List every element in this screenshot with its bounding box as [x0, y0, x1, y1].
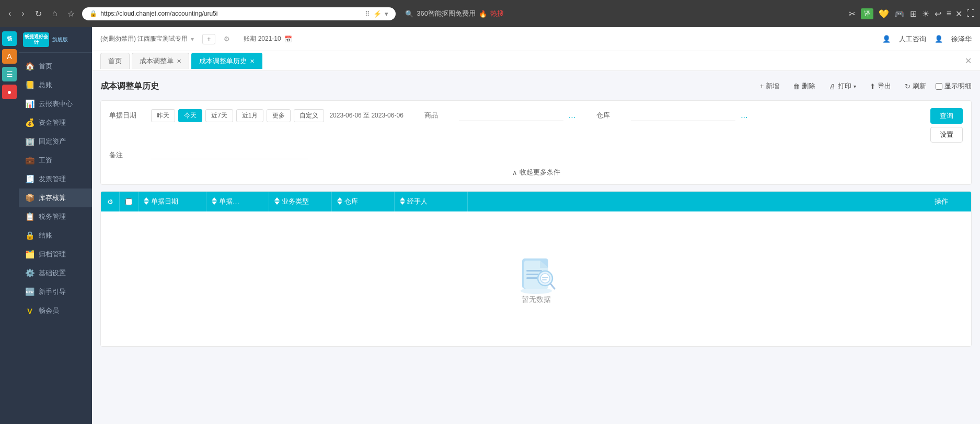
translate-icon[interactable]: 译 [861, 8, 873, 19]
delete-button[interactable]: 🗑 删除 [789, 79, 820, 93]
sidebar-item-inventory[interactable]: 📦 库存核算 [19, 189, 92, 207]
filter-goods-input[interactable] [459, 110, 563, 121]
sidebar-item-tax-label: 税务管理 [39, 212, 66, 221]
filter-goods-label: 商品 [424, 108, 456, 123]
forward-button[interactable]: › [18, 7, 27, 20]
home-browser-button[interactable]: ⌂ [49, 7, 61, 20]
th-checkbox[interactable] [120, 192, 139, 211]
menu-icon[interactable]: ≡ [947, 9, 951, 18]
svg-marker-3 [212, 202, 217, 205]
grid-icon[interactable]: ⊞ [910, 9, 917, 19]
restore-browser-button[interactable]: ⛶ [966, 9, 975, 18]
export-button[interactable]: ⬆ 导出 [866, 79, 895, 93]
collapse-label: 收起更多条件 [520, 168, 560, 177]
date-btn-custom[interactable]: 自定义 [294, 109, 324, 122]
refresh-label: 刷新 [913, 81, 926, 91]
sidebar-item-tax[interactable]: 📋 税务管理 [19, 207, 92, 226]
sidebar-item-closing[interactable]: 🔒 结账 [19, 226, 92, 245]
user-name[interactable]: 徐泽华 [951, 34, 972, 44]
sidebar-item-home[interactable]: 🏠 首页 [19, 57, 92, 76]
closing-icon: 🔒 [25, 231, 34, 240]
logo-text: 畅捷通好会计 [23, 34, 49, 45]
sidebar-item-assets[interactable]: 🏢 固定资产 [19, 132, 92, 151]
sidebar-item-funds[interactable]: 💰 资金管理 [19, 113, 92, 132]
th-biztype[interactable]: 业务类型 [269, 192, 332, 211]
scissors-icon[interactable]: ✂ [849, 9, 856, 19]
back-button[interactable]: ‹ [5, 7, 14, 20]
filter-warehouse-input[interactable] [631, 110, 735, 121]
show-columns-input[interactable] [936, 83, 942, 90]
filter-warehouse-ellipsis[interactable]: ... [741, 111, 747, 120]
th-operator[interactable]: 经手人 [395, 192, 468, 211]
bolt-icon: ⚡ [373, 10, 382, 18]
th-date-label: 单据日期 [151, 197, 178, 206]
tab-cost-adjust-close[interactable]: ✕ [177, 58, 181, 65]
filter-date-label: 单据日期 [109, 108, 141, 123]
add-company-button[interactable]: + [202, 34, 215, 44]
query-button[interactable]: 查询 [930, 108, 963, 124]
game-icon[interactable]: 🎮 [894, 9, 905, 19]
consult-label[interactable]: 人工咨询 [899, 34, 926, 44]
close-all-tabs-button[interactable]: ✕ [965, 56, 972, 66]
bookmark-button[interactable]: ☆ [64, 7, 78, 21]
settings-gear-icon[interactable]: ⚙ [224, 35, 230, 43]
refresh-button[interactable]: ↻ 刷新 [901, 79, 930, 93]
date-btn-today[interactable]: 今天 [178, 109, 202, 122]
svg-marker-6 [337, 197, 342, 201]
tab-cost-adjust-history-close[interactable]: ✕ [250, 58, 255, 65]
th-operator-label: 经手人 [407, 197, 428, 206]
th-settings[interactable]: ⚙ [101, 192, 120, 211]
sidebar-item-ledger[interactable]: 📒 总账 [19, 76, 92, 95]
rail-icon-2[interactable]: ☰ [2, 67, 17, 81]
rail-icon-1[interactable]: A [2, 49, 17, 64]
date-btn-last7[interactable]: 近7天 [205, 109, 233, 122]
dropdown-icon[interactable]: ▾ [385, 10, 388, 18]
tax-icon: 📋 [25, 212, 34, 221]
svg-rect-16 [526, 274, 539, 275]
close-browser-button[interactable]: ✕ [955, 9, 962, 19]
filter-warehouse-label: 仓库 [596, 108, 628, 123]
refresh-browser-button[interactable]: ↻ [32, 7, 45, 21]
filter-goods-ellipsis[interactable]: ... [569, 111, 575, 120]
sort-arrows-operator [400, 197, 405, 206]
th-action-label: 操作 [935, 197, 948, 206]
print-dropdown-icon[interactable]: ▾ [854, 84, 856, 89]
company-dropdown-icon[interactable]: ▾ [191, 36, 194, 43]
svg-point-19 [540, 274, 550, 283]
date-btn-more[interactable]: 更多 [267, 109, 291, 122]
sidebar-header: 畅捷通好会计 旗舰版 [19, 27, 92, 53]
date-btn-last-month[interactable]: 近1月 [236, 109, 264, 122]
wallet-icon[interactable]: 💛 [879, 9, 889, 19]
new-button[interactable]: + 新增 [756, 79, 783, 93]
sidebar-item-salary[interactable]: 💼 工资 [19, 151, 92, 170]
calendar-icon[interactable]: 📅 [284, 36, 292, 43]
settings-button[interactable]: 设置 [930, 127, 963, 143]
th-date[interactable]: 单据日期 [139, 192, 206, 211]
undo-icon[interactable]: ↩ [935, 9, 941, 19]
tab-home[interactable]: 首页 [100, 53, 130, 69]
sidebar-item-vip[interactable]: V 畅会员 [19, 301, 92, 320]
th-warehouse[interactable]: 仓库 [332, 192, 395, 211]
sidebar-item-invoice[interactable]: 🧾 发票管理 [19, 170, 92, 189]
print-button[interactable]: 🖨 打印 ▾ [825, 79, 860, 93]
tab-cost-adjust[interactable]: 成本调整单 ✕ [132, 53, 189, 69]
select-all-checkbox[interactable] [125, 198, 132, 205]
search-area: 🔍 360智能抠图免费用 🔥 热搜 [405, 9, 504, 18]
collapse-button[interactable]: ∧ 收起更多条件 [512, 168, 560, 177]
date-btn-yesterday[interactable]: 昨天 [151, 109, 175, 122]
tab-cost-adjust-history[interactable]: 成本调整单历史 ✕ [191, 53, 262, 69]
address-bar[interactable]: 🔒 https://cloud.chanjet.com/accounting/u… [82, 7, 396, 20]
sun-icon[interactable]: ☀ [922, 9, 929, 19]
sidebar-item-guide[interactable]: 🆕 新手引导 [19, 282, 92, 301]
sidebar-item-settings[interactable]: ⚙️ 基础设置 [19, 264, 92, 282]
sidebar-item-reports[interactable]: 📊 云报表中心 [19, 95, 92, 113]
company-selector[interactable]: (勿删勿禁用) 江西服宝测试专用 ▾ [100, 34, 194, 43]
empty-text: 暂无数据 [522, 295, 551, 304]
show-columns-checkbox[interactable]: 显示明细 [936, 81, 972, 91]
filter-remark-input[interactable] [151, 148, 308, 159]
period-selector[interactable]: 账期 2021-10 📅 [244, 34, 292, 43]
rail-icon-3[interactable]: ● [2, 85, 17, 99]
sidebar-item-archive[interactable]: 🗂️ 归档管理 [19, 245, 92, 264]
th-docno[interactable]: 单据… [206, 192, 269, 211]
svg-rect-22 [542, 279, 547, 280]
